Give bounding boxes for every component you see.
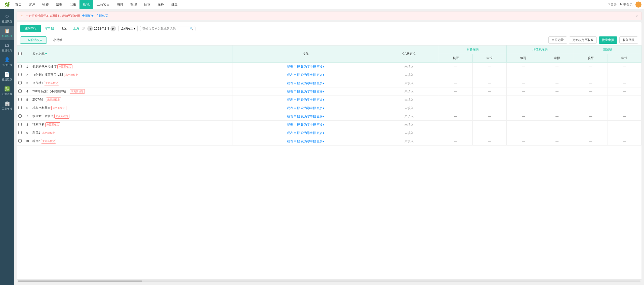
op-apply-button[interactable]: 申报 [294,98,300,102]
op-apply-button[interactable]: 申报 [294,123,300,126]
nav-business[interactable]: 工商项目 [93,0,113,9]
op-apply-button[interactable]: 申报 [294,65,300,68]
unset-badge[interactable]: 未更新核定 [70,89,85,94]
sidebar-item-tax-settings[interactable]: ⚙ 报税设置 [0,11,14,26]
unset-badge[interactable]: 未更新核定 [41,139,56,144]
op-more-button[interactable]: 更多▾ [317,115,324,118]
op-tax-form-button[interactable]: 税表 [287,98,293,102]
row-checkbox[interactable] [18,73,22,76]
op-zero-apply-button[interactable]: 设为零申报 [301,123,316,126]
unset-badge[interactable]: 未更新核定 [51,106,66,110]
tab-tax-declaration[interactable]: 税款申报 [20,25,41,32]
tab-zero-declaration[interactable]: 零申报 [41,25,58,32]
sidebar-item-annual-settlement[interactable]: 💹 汇算清缴 [0,84,14,98]
row-checkbox[interactable] [18,89,22,93]
unset-badge[interactable]: 未更新核定 [46,98,61,102]
op-apply-button[interactable]: 申报 [294,115,300,118]
info-icon[interactable]: ⓘ [82,26,85,31]
op-more-button[interactable]: 更多▾ [317,123,324,126]
op-apply-button[interactable]: 申报 [294,81,300,85]
op-more-button[interactable]: 更多▾ [317,73,324,77]
op-zero-apply-button[interactable]: 设为零申报 [301,139,316,143]
sidebar-item-personal-tax[interactable]: 👤 个税申报 [0,55,14,69]
update-check-button[interactable]: 更新核定及取数 [569,36,597,44]
op-tax-form-button[interactable]: 税表 [287,115,293,118]
op-tax-form-button[interactable]: 税表 [287,131,293,135]
op-apply-button[interactable]: 申报 [294,73,300,77]
unset-badge[interactable]: 未更新核定 [57,64,72,69]
op-zero-apply-button[interactable]: 设为零申报 [301,115,316,118]
op-apply-button[interactable]: 申报 [294,90,300,93]
sidebar-item-tax-overview[interactable]: 🗂 报税总览 [0,40,14,55]
nav-customer[interactable]: 客户 [25,0,39,9]
op-zero-apply-button[interactable]: 设为零申报 [301,81,316,85]
nav-messages[interactable]: 消息 [113,0,127,9]
date-next-button[interactable]: ▶ [110,26,116,31]
op-apply-button[interactable]: 申报 [294,131,300,135]
unset-badge[interactable]: 未更新核定 [41,131,56,135]
op-tax-form-button[interactable]: 税表 [287,106,293,110]
unset-badge[interactable]: 未更新核定 [54,114,69,119]
row-checkbox[interactable] [18,139,22,142]
user-avatar[interactable] [635,2,641,8]
sidebar-item-business-annual[interactable]: 🏢 工商年报 [0,98,14,113]
date-prev-button[interactable]: ◀ [87,26,93,31]
nav-bookkeeping[interactable]: 记账 [66,0,79,9]
sub-tab-small[interactable]: 小规模 [49,36,66,44]
op-more-button[interactable]: 更多▾ [317,90,324,93]
op-more-button[interactable]: 更多▾ [317,98,324,102]
row-checkbox[interactable] [18,131,22,134]
op-zero-apply-button[interactable]: 设为零申报 [301,90,316,93]
op-more-button[interactable]: 更多▾ [317,131,324,135]
row-checkbox[interactable] [18,106,22,109]
op-more-button[interactable]: 更多▾ [317,106,324,110]
row-checkbox[interactable] [18,81,22,84]
name-sort-icon[interactable]: ▾ [45,52,47,56]
row-checkbox[interactable] [18,65,22,68]
nav-settings[interactable]: 设置 [168,0,181,9]
banner-close-button[interactable]: × [636,14,638,18]
member-button[interactable]: ▶ 畅会员 [620,2,632,7]
sidebar-item-batch-tax[interactable]: 📋 批量报税 [0,26,14,40]
unset-badge[interactable]: 未更新核定 [45,122,60,127]
op-tax-form-button[interactable]: 税表 [287,139,293,143]
fullscreen-button[interactable]: □ 全屏 [608,2,617,7]
sub-tab-general[interactable]: 一般的纳税人 [20,36,47,44]
row-checkbox[interactable] [18,114,22,118]
op-tax-form-button[interactable]: 税表 [287,123,293,126]
select-all-checkbox[interactable] [18,52,22,55]
op-tax-form-button[interactable]: 税表 [287,81,293,85]
op-more-button[interactable]: 更多▾ [317,139,324,143]
department-select[interactable]: 全部员工 ▾ [118,25,138,32]
nav-manage[interactable]: 管理 [127,0,140,9]
unset-badge[interactable]: 未更新核定 [64,73,79,77]
banner-link-buy[interactable]: 立即购买 [96,14,108,18]
row-checkbox[interactable] [18,123,22,126]
op-apply-button[interactable]: 申报 [294,139,300,143]
scrollbar-area[interactable] [17,279,641,282]
op-zero-apply-button[interactable]: 设为零申报 [301,98,316,102]
get-back-button[interactable]: 收取回执 [619,36,638,44]
op-tax-form-button[interactable]: 税表 [287,65,293,68]
search-input[interactable] [142,27,188,30]
nav-operation[interactable]: 经营 [140,0,154,9]
op-zero-apply-button[interactable]: 设为零申报 [301,106,316,110]
nav-billing[interactable]: 收费 [39,0,52,9]
nav-invoice[interactable]: 票据 [52,0,66,9]
search-icon[interactable]: 🔍 [189,27,193,30]
apply-record-button[interactable]: 申报记录 [548,36,567,44]
op-zero-apply-button[interactable]: 设为零申报 [301,131,316,135]
op-zero-apply-button[interactable]: 设为零申报 [301,65,316,68]
unset-badge[interactable]: 未更新核定 [44,81,59,85]
row-checkbox[interactable] [18,98,22,101]
op-more-button[interactable]: 更多▾ [317,81,324,85]
nav-home[interactable]: 首页 [12,0,25,9]
op-zero-apply-button[interactable]: 设为零申报 [301,73,316,77]
nav-service[interactable]: 服务 [154,0,168,9]
op-apply-button[interactable]: 申报 [294,106,300,110]
nav-tax[interactable]: 报税 [79,0,93,9]
op-tax-form-button[interactable]: 税表 [287,73,293,77]
op-tax-form-button[interactable]: 税表 [287,90,293,93]
op-more-button[interactable]: 更多▾ [317,65,324,68]
banner-link-report[interactable]: 申报汇签 [82,14,94,18]
